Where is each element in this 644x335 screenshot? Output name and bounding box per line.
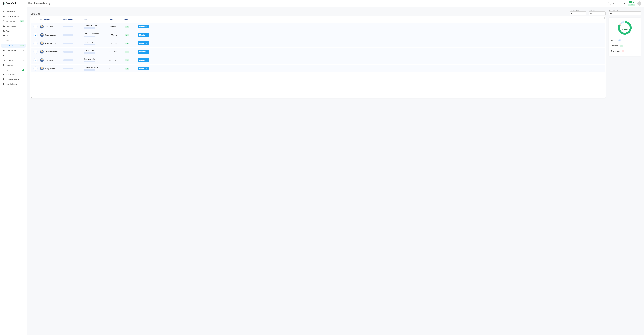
sidebar-item-contacts[interactable]: Contacts [1, 34, 26, 38]
filter-team-members: Team Members All▼ [609, 10, 641, 15]
message-icon [2, 50, 5, 52]
member-avatar [40, 33, 44, 37]
brand-logo[interactable]: JustCall [2, 2, 28, 5]
sidebar-item-label: Scheduler [6, 60, 14, 61]
sidebar-item-post-call-survey[interactable]: Post Call Survey [1, 77, 26, 81]
monitor-label: Monitor [139, 51, 146, 53]
horizontal-scrollbar[interactable]: ◀▶ [30, 96, 606, 98]
stat-row-available[interactable]: Available11⌄ [611, 43, 638, 48]
member-name: Mary Waters [45, 68, 55, 70]
select-team-members[interactable]: All▼ [609, 12, 641, 15]
users-icon [2, 25, 5, 27]
sidebar-item-sms-mms[interactable]: SMS & MMS▼ [1, 48, 26, 52]
caller-number-placeholder [84, 44, 95, 46]
chevron-down-icon: ⌄ [637, 50, 638, 52]
sidebar-item-label: Auto Dialer [6, 73, 15, 75]
member-avatar [40, 50, 44, 54]
stat-row-unavailable[interactable]: Unavailable1⌄ [611, 48, 638, 54]
volume-icon [146, 43, 148, 44]
filter-label: Team Members [609, 10, 641, 11]
sidebar-item-fax[interactable]: Fax [1, 53, 26, 58]
sidebar-item-teams[interactable]: Teams [1, 29, 26, 33]
vertical-scrollbar[interactable] [604, 17, 605, 96]
table-row: John DoeCharlotte RichardsJust NowLiveMo… [31, 23, 605, 30]
new-badge: NEW [20, 20, 24, 22]
sidebar-item-auto-dialer[interactable]: Auto Dialer [1, 72, 26, 76]
availability-status-badge: Available [628, 4, 635, 6]
svg-point-16 [3, 83, 4, 85]
chevron-down-icon: ▾ [604, 12, 604, 14]
chevron-down-icon: ▼ [584, 12, 585, 14]
live-call-table: Team Member Team/Number Caller Time Stat… [30, 16, 606, 98]
stat-row-on-call[interactable]: On Call6⌄ [611, 38, 638, 43]
sidebar-item-availability[interactable]: AvailabilityNEW [1, 44, 26, 48]
monitor-button[interactable]: Monitor [138, 66, 150, 70]
right-panel: Team Members All▼ 11 Available [609, 10, 641, 56]
fax-icon [2, 54, 5, 56]
chevron-down-icon: ⌄ [637, 40, 638, 41]
filter-label: JustCall number [570, 10, 586, 11]
chevron-down-icon: ▼ [23, 60, 24, 61]
phone-icon[interactable] [608, 2, 611, 5]
monitor-button[interactable]: Monitor [138, 33, 150, 37]
filter-country: Select Country All▾ [589, 10, 606, 15]
table-row: Ulrich AugustusDavid Butcher5:00 minsLiv… [31, 48, 605, 56]
caller-name: Maranda Thompson [84, 33, 110, 35]
select-justcall-number[interactable]: All▼ [570, 12, 586, 15]
disc-icon [2, 73, 5, 75]
donut-number: 11 [623, 25, 627, 29]
header-caller: Caller [83, 18, 109, 20]
phone-icon [2, 44, 5, 46]
sidebar-item-integrations[interactable]: Integrations [1, 63, 26, 67]
svg-point-5 [3, 36, 4, 36]
section-title: Live Call [30, 12, 40, 15]
select-country[interactable]: All▾ [589, 12, 606, 15]
disc-icon [2, 83, 5, 85]
monitor-button[interactable]: Monitor [138, 58, 150, 62]
addons-label: ADD ONS [2, 70, 9, 71]
monitor-button[interactable]: Monitor [138, 50, 150, 54]
monitor-button[interactable]: Monitor [138, 25, 150, 28]
chat-icon[interactable] [613, 2, 616, 5]
add-addon-button[interactable]: + [22, 69, 24, 71]
apps-icon[interactable] [618, 2, 620, 5]
svg-rect-4 [3, 35, 4, 36]
monitor-label: Monitor [139, 26, 146, 28]
sidebar-item-scheduler[interactable]: Scheduler▼ [1, 58, 26, 62]
team-number-placeholder [63, 60, 74, 61]
sidebar-item-justcall-iq[interactable]: JustCall IQNEW [1, 19, 26, 23]
sidebar-item-call-logs[interactable]: Call Logs [1, 39, 26, 43]
filter-label: Select Country [589, 10, 606, 11]
header-time: Time [109, 18, 124, 20]
outbound-call-icon [34, 24, 38, 29]
sidebar-item-team-members[interactable]: Team Members [1, 24, 26, 28]
team-number-placeholder [63, 34, 74, 36]
disc-icon [2, 78, 5, 80]
live-call-panel: Live Call JustCall number All▼ Select Co… [30, 10, 606, 98]
caller-number-placeholder [84, 36, 95, 37]
svg-point-3 [620, 4, 620, 4]
availability-toggle-wrap: Available [628, 1, 635, 6]
select-value: All [590, 12, 592, 14]
caller-number-placeholder [84, 52, 95, 54]
sidebar-item-label: Teams [6, 30, 11, 32]
sidebar-item-label: EasyCalendar [6, 83, 17, 85]
sidebar-item-label: Phone Numbers [6, 15, 18, 17]
sidebar: DashboardPhone NumbersJustCall IQNEWTeam… [0, 7, 27, 335]
header-team-number: Team/Number [62, 18, 83, 20]
bell-icon[interactable] [623, 2, 626, 5]
home-icon [2, 10, 5, 12]
svg-point-0 [618, 2, 619, 3]
sidebar-item-phone-numbers[interactable]: Phone Numbers [1, 14, 26, 18]
caller-name: David Butcher [84, 50, 110, 52]
availability-toggle[interactable] [629, 1, 634, 3]
svg-rect-11 [3, 55, 4, 56]
svg-point-14 [3, 74, 4, 75]
monitor-button[interactable]: Monitor [138, 42, 150, 45]
sidebar-item-dashboard[interactable]: Dashboard [1, 9, 26, 14]
monitor-label: Monitor [139, 68, 146, 70]
new-badge: NEW [20, 45, 24, 46]
status-badge: Live [125, 51, 129, 53]
sidebar-item-easycalendar[interactable]: EasyCalendar [1, 82, 26, 86]
user-avatar[interactable] [637, 2, 642, 6]
